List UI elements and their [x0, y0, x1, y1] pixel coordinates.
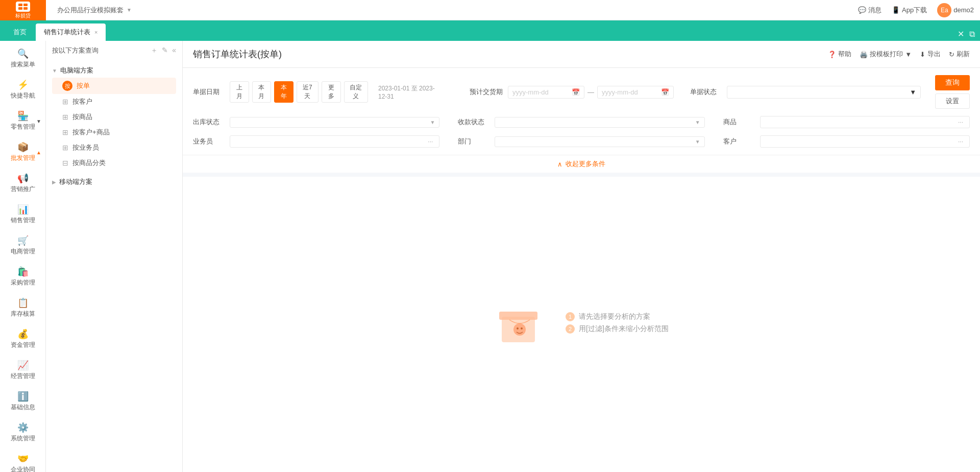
scheme-item-by-customer[interactable]: ⊞ 按客户: [52, 94, 176, 109]
sidebar-item-cooperation[interactable]: 🤝 企业协同: [0, 448, 45, 472]
calendar-end-icon: 📅: [661, 88, 669, 96]
payment-status-select[interactable]: ▼: [495, 117, 704, 128]
salesperson-input[interactable]: ···: [230, 135, 439, 148]
sidebar-cooperation-label: 企业协同: [0, 465, 45, 472]
salesperson-more-icon[interactable]: ···: [426, 138, 435, 145]
edit-scheme-icon[interactable]: ✎: [162, 46, 168, 55]
operations-icon: 📈: [0, 360, 45, 371]
page-title: 销售订单统计表(按单): [193, 48, 282, 60]
scheme-item-by-goods[interactable]: ⊞ 按商品: [52, 109, 176, 125]
help-btn[interactable]: ❓ 帮助: [828, 50, 851, 59]
page-actions: ❓ 帮助 🖨️ 按模板打印 ▼ ⬇ 导出 ↻: [828, 50, 970, 59]
sidebar-item-ecommerce[interactable]: 🛒 电商管理: [0, 230, 45, 261]
sidebar-item-purchase[interactable]: 🛍️ 采购管理: [0, 261, 45, 292]
customer-input[interactable]: ···: [760, 135, 970, 148]
sidebar-item-system[interactable]: ⚙️ 系统管理: [0, 417, 45, 448]
payment-status-arrow-icon: ▼: [695, 120, 700, 125]
doc-status-select[interactable]: ▼: [727, 86, 921, 99]
action-buttons: 查询 设置: [935, 75, 970, 109]
desktop-scheme-group: ▼ 电脑端方案 按 按单 ⊞ 按客户 ⊞ 按商品: [46, 61, 182, 173]
dept-label: 部门: [458, 137, 486, 146]
empty-tip-1: 1 请先选择要分析的方案: [566, 312, 669, 321]
scheme-item-by-customer-goods[interactable]: ⊞ 按客户+商品: [52, 125, 176, 140]
by-customer-goods-icon: ⊞: [62, 128, 68, 136]
scheme-by-order-label: 按单: [77, 81, 90, 90]
workspace-selector[interactable]: 办公用品行业模拟账套 ▼: [57, 6, 132, 15]
cooperation-icon: 🤝: [0, 453, 45, 464]
ecommerce-icon: 🛒: [0, 235, 45, 246]
empty-illustration: [494, 301, 545, 347]
top-header: 标损贷 办公用品行业模拟账套 ▼ 💬 消息 📱 App下载 Ea demo2: [0, 0, 980, 20]
tab-close-all-icon[interactable]: ✕: [958, 29, 964, 39]
tab-close-icon[interactable]: ×: [94, 29, 97, 35]
message-btn[interactable]: 💬 消息: [858, 6, 881, 15]
sidebar-retail-label: 零售管理: [0, 123, 45, 131]
by-goods-icon: ⊞: [62, 113, 68, 121]
scheme-item-by-salesperson[interactable]: ⊞ 按业务员: [52, 140, 176, 155]
page-header: 销售订单统计表(按单) ❓ 帮助 🖨️ 按模板打印 ▼ ⬇: [183, 41, 980, 68]
workspace-name: 办公用品行业模拟账套: [57, 6, 124, 15]
sidebar-purchase-label: 采购管理: [0, 278, 45, 287]
expected-date-end[interactable]: yyyy-mm-dd 📅: [597, 86, 674, 99]
app-icon: 📱: [892, 6, 900, 14]
dept-arrow-icon: ▼: [695, 139, 700, 145]
settings-button[interactable]: 设置: [935, 93, 970, 109]
marketing-icon: 📢: [0, 173, 45, 184]
goods-input[interactable]: ···: [760, 116, 970, 128]
sidebar-item-inventory[interactable]: 📋 库存核算: [0, 292, 45, 323]
app-download-btn[interactable]: 📱 App下载: [892, 6, 927, 15]
mobile-scheme-group: ▶ 移动端方案: [46, 173, 182, 191]
sidebar-item-marketing[interactable]: 📢 营销推广: [0, 168, 45, 199]
app-download-label: App下载: [902, 6, 927, 15]
customer-more-icon[interactable]: ···: [956, 138, 965, 145]
doc-status-arrow-icon: ▼: [910, 88, 916, 96]
sidebar-item-sales[interactable]: 📊 销售管理: [0, 199, 45, 230]
sidebar-item-basic[interactable]: ℹ️ 基础信息: [0, 386, 45, 417]
desktop-scheme-group-header[interactable]: ▼ 电脑端方案: [52, 63, 176, 78]
date-btn-7days[interactable]: 近7天: [297, 81, 318, 103]
desktop-group-label: 电脑端方案: [60, 66, 93, 75]
expected-date-start[interactable]: yyyy-mm-dd 📅: [508, 86, 584, 99]
scheme-by-salesperson-label: 按业务员: [72, 143, 99, 152]
tab-restore-icon[interactable]: ⧉: [969, 30, 975, 39]
query-button[interactable]: 查询: [935, 75, 970, 90]
print-arrow-icon: ▼: [905, 51, 912, 58]
collapse-filters-btn[interactable]: ∧ 收起更多条件: [183, 155, 980, 173]
sidebar-item-operations[interactable]: 📈 经营管理: [0, 355, 45, 386]
search-nav-icon: 🔍: [0, 48, 45, 59]
tab-home[interactable]: 首页: [5, 23, 35, 41]
out-status-select[interactable]: ▼: [230, 117, 439, 128]
sidebar-basic-label: 基础信息: [0, 403, 45, 412]
content-area: 按以下方案查询 ＋ ✎ « ▼ 电脑端方案 按 按单: [46, 41, 980, 472]
user-area[interactable]: Ea demo2: [937, 3, 974, 17]
sidebar-item-retail[interactable]: 🏪 零售管理 ▼: [0, 105, 45, 136]
sidebar-ecommerce-label: 电商管理: [0, 247, 45, 256]
sidebar-item-search[interactable]: 🔍 搜索菜单: [0, 43, 45, 74]
refresh-btn[interactable]: ↻ 刷新: [949, 50, 970, 59]
filter-row-1: 单据日期 上月 本月 本年 近7天 更多 自定义 2023-01-01 至 20…: [193, 75, 970, 109]
date-btn-more[interactable]: 更多: [322, 81, 341, 103]
goods-more-icon[interactable]: ···: [956, 119, 965, 126]
print-btn[interactable]: 🖨️ 按模板打印 ▼: [860, 50, 912, 59]
quick-nav-icon: ⚡: [0, 79, 45, 90]
svg-rect-2: [18, 7, 22, 10]
doc-status-label: 单据状态: [690, 87, 719, 97]
sidebar-item-finance[interactable]: 💰 资金管理: [0, 323, 45, 355]
message-label: 消息: [868, 6, 881, 15]
scheme-item-by-category[interactable]: ⊟ 按商品分类: [52, 155, 176, 171]
right-panel: 销售订单统计表(按单) ❓ 帮助 🖨️ 按模板打印 ▼ ⬇: [183, 41, 980, 472]
sidebar-item-wholesale[interactable]: 📦 批发管理 ▲: [0, 136, 45, 168]
scheme-item-by-order[interactable]: 按 按单: [52, 78, 176, 94]
date-btn-last-month[interactable]: 上月: [230, 81, 249, 103]
date-btn-this-year[interactable]: 本年: [274, 81, 293, 103]
tab-sales-report[interactable]: 销售订单统计表 ×: [36, 23, 106, 41]
dept-select[interactable]: ▼: [495, 136, 704, 147]
collapse-panel-icon[interactable]: «: [172, 46, 176, 55]
sidebar-item-quick[interactable]: ⚡ 快捷导航: [0, 74, 45, 105]
mobile-scheme-group-header[interactable]: ▶ 移动端方案: [52, 175, 176, 189]
add-scheme-icon[interactable]: ＋: [151, 46, 158, 55]
date-btn-this-month[interactable]: 本月: [252, 81, 272, 103]
expected-date-label: 预计交货期: [470, 87, 500, 97]
export-btn[interactable]: ⬇ 导出: [920, 50, 941, 59]
date-btn-custom[interactable]: 自定义: [344, 81, 368, 103]
